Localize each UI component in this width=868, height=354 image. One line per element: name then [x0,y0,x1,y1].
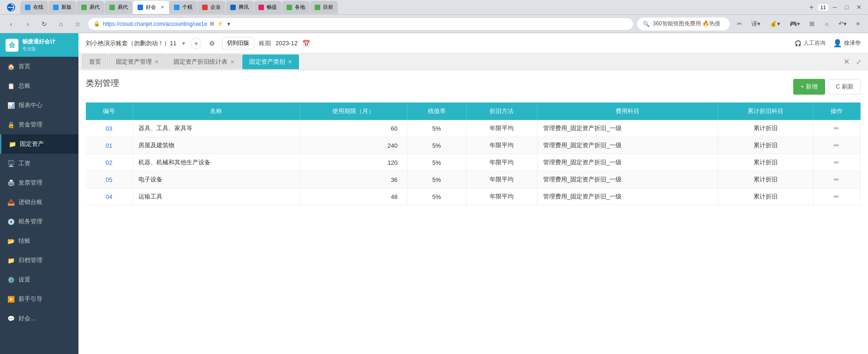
sidebar-item-settings[interactable]: ⚙️ 设置 [0,270,78,289]
browser-tab-gedi[interactable]: 各地 [282,1,310,14]
col-header-code: 编号 [86,102,132,120]
settlement-icon: 📂 [7,238,15,245]
bookmark-button[interactable]: ☆ [71,18,84,30]
tab-label: 企业 [210,4,221,11]
cell-name: 机器、机械和其他生产设备 [132,154,300,171]
sidebar-item-archive[interactable]: 📁 归档管理 [0,251,78,270]
scissors-icon[interactable]: ✂ [733,18,746,29]
consultant-label: 人工咨询 [803,39,826,47]
browser-tab-yidai1[interactable]: 易代 [77,1,104,14]
new-tab-button[interactable]: + [806,2,817,13]
expand-panel-button[interactable]: ⤢ [853,58,864,66]
sidebar-item-guide[interactable]: ▶️ 新手引导 [0,289,78,309]
switch-old-version-button[interactable]: 切到旧版 [222,37,254,49]
minimize-button[interactable]: ─ [829,2,840,13]
edit-icon[interactable]: ✏ [834,142,839,149]
wallet-icon[interactable]: 💰▾ [766,18,784,29]
browser-tab-new[interactable]: 新版 [48,1,76,14]
sidebar-item-ledger[interactable]: 📋 总账 [0,76,78,96]
game-icon[interactable]: 🎮▾ [786,18,804,29]
table-row: 02 机器、机械和其他生产设备 120 5% 年限平均 管理费用_固定资产折旧_… [86,154,861,171]
browser-tab-geshui[interactable]: 个税 [169,1,197,14]
tab-close-icon[interactable]: ✕ [288,59,292,65]
sidebar-item-funds[interactable]: 🔒 资金管理 [0,115,78,134]
cell-expense: 管理费用_固定资产折旧_一级 [537,171,718,188]
cell-name: 房屋及建筑物 [132,137,300,154]
grid-icon[interactable]: ⊞ [806,18,818,29]
cell-expense: 管理费用_固定资产折旧_一级 [537,188,718,205]
sidebar-item-reports[interactable]: 📊 报表中心 [0,96,78,115]
tab-close-icon[interactable]: ✕ [230,59,234,65]
browser-tab-online[interactable]: 在线 [20,1,48,14]
tab-label: 易代 [118,4,128,11]
sidebar-item-home[interactable]: 🏠 首页 [0,57,78,76]
browser-tab-haohui[interactable]: 好会 ✕ [133,1,169,14]
consultant-button[interactable]: 🎧 人工咨询 [795,39,826,47]
tab-label: 固定资产折旧统计表 [174,58,227,66]
restore-button[interactable]: □ [841,2,852,13]
tab-label: 畅提 [267,4,277,11]
tab-depreciation[interactable]: 固定资产折旧统计表 ✕ [167,54,241,69]
close-icon[interactable]: ✕ [161,5,164,10]
site-info-icon: ⊞ [210,21,214,27]
col-header-actions: 操作 [813,102,860,120]
sidebar-item-haohui[interactable]: 💬 好会... [0,309,78,328]
cell-method: 年限平均 [466,171,537,188]
tab-fixed-mgmt[interactable]: 固定资产管理 ✕ [109,54,166,69]
browser-tab-muqian[interactable]: 目前 [310,1,338,14]
user-dropdown-icon[interactable]: ▼ [181,41,186,46]
translate-icon[interactable]: 译▾ [748,18,764,30]
edit-icon[interactable]: ✏ [834,193,839,200]
home-button[interactable]: ⌂ [54,18,67,30]
user-avatar-area[interactable]: 👤 徐泽华 [833,39,861,48]
category-table: 编号 名称 使用期限（月） 残值率 折旧方法 费用科目 累计折旧科目 操作 03… [86,102,861,205]
cell-depreciation: 累计折旧 [718,137,813,154]
refresh-data-button[interactable]: C 刷新 [829,79,861,95]
add-button[interactable]: + 新增 [793,79,825,95]
tab-close-icon[interactable]: ✕ [155,59,159,65]
brightness-icon[interactable]: ☼ [820,18,833,29]
sidebar-item-purchase[interactable]: 📥 进销台账 [0,192,78,212]
edit-icon[interactable]: ✏ [834,125,839,132]
sidebar-item-salary[interactable]: 🖥️ 工资 [0,154,78,173]
calendar-icon[interactable]: 📅 [302,40,310,47]
dropdown-icon[interactable]: ▼ [226,21,231,27]
edit-icon[interactable]: ✏ [834,159,839,166]
close-panel-button[interactable]: ✕ [841,57,852,66]
sidebar-item-invoice[interactable]: 🖨️ 发票管理 [0,173,78,192]
sidebar-label: 资金管理 [18,120,42,129]
col-header-depreciation: 累计折旧科目 [718,102,813,120]
sidebar-item-tax[interactable]: 💿 税务管理 [0,212,78,231]
browser-tab-tengxun[interactable]: 腾讯 [226,1,253,14]
tab-label: 在线 [33,4,43,11]
sidebar-item-fixed-assets[interactable]: 📁 固定资产 [0,134,78,154]
logo-subtitle: 专业版 [22,46,55,52]
search-bar[interactable]: 🔍 360智能抠图免费用 🔥热搜 [637,18,730,30]
invoice-icon: 🖨️ [7,180,15,186]
close-window-button[interactable]: ✕ [853,2,864,13]
refresh-button[interactable]: ↻ [38,18,51,30]
tab-home[interactable]: 首页 [82,54,108,69]
cell-expense: 管理费用_固定资产折旧_一级 [537,137,718,154]
forward-button[interactable]: › [21,18,34,30]
guide-icon: ▶️ [7,296,15,303]
add-account-button[interactable]: + [191,38,202,49]
cell-method: 年限平均 [466,137,537,154]
browser-tab-yidai2[interactable]: 易代 [105,1,132,14]
cell-code: 05 [86,171,132,188]
col-header-residual: 残值率 [407,102,466,120]
sidebar-item-settlement[interactable]: 📂 结账 [0,231,78,251]
back-button[interactable]: ‹ [5,18,18,30]
table-row: 04 运输工具 48 5% 年限平均 管理费用_固定资产折旧_一级 累计折旧 ✏ [86,188,861,205]
tab-label: 各地 [295,4,305,11]
browser-tab-qiye[interactable]: 企业 [198,1,225,14]
tab-label: 易代 [90,4,100,11]
menu-icon[interactable]: ≡ [852,18,863,29]
cell-residual: 5% [407,188,466,205]
edit-icon[interactable]: ✏ [834,176,839,183]
url-bar[interactable]: 🔒 https://cloud.chanjet.com/accounting/u… [88,18,634,30]
settings-gear-button[interactable]: ⚙ [206,38,217,49]
browser-tab-changtui[interactable]: 畅提 [254,1,281,14]
undo-icon[interactable]: ↶▾ [835,18,850,29]
tab-category[interactable]: 固定资产类别 ✕ [242,54,299,69]
